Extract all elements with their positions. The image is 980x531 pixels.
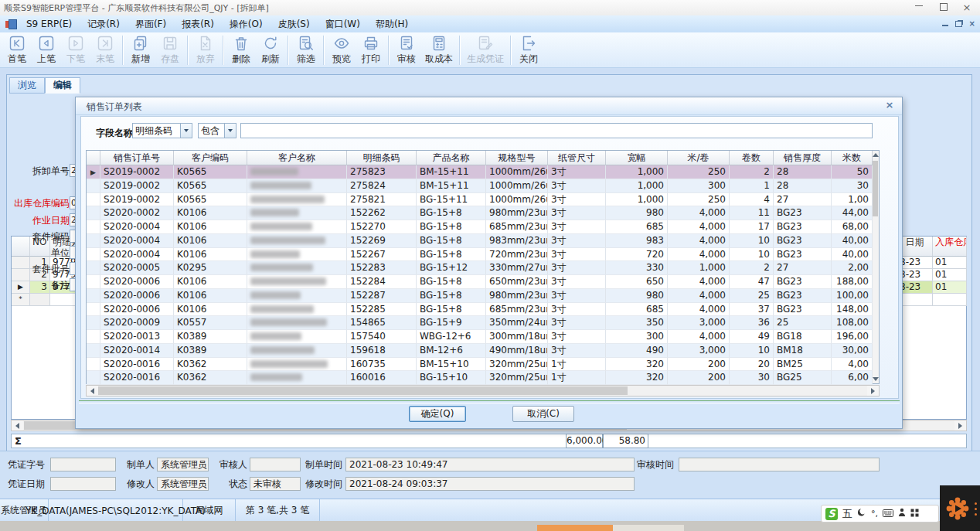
- menu-item-4[interactable]: 皮肤(S): [271, 15, 318, 32]
- row-selector: [87, 179, 100, 193]
- gear-play-icon[interactable]: [944, 495, 971, 522]
- grid-cell: 152270: [347, 220, 417, 234]
- sales-order-grid[interactable]: 销售订单号客户编码客户名称明细条码产品名称规格型号纸管尺寸宽幅米/卷卷数销售厚度…: [86, 150, 880, 384]
- toolbar-button-打印[interactable]: 打印: [356, 34, 386, 66]
- menu-item-3[interactable]: 操作(O): [222, 15, 271, 32]
- field-input-套件编码[interactable]: [70, 230, 75, 243]
- ime-logo-icon[interactable]: S: [825, 508, 838, 520]
- grid-hscrollbar[interactable]: [86, 385, 880, 397]
- grid-cell: [247, 330, 347, 344]
- mdi-minimize-icon[interactable]: [942, 25, 948, 26]
- menu-item-6[interactable]: 帮助(H): [368, 15, 416, 32]
- grid-cell: S2020-0004: [100, 234, 174, 248]
- audit-time-label: 审核时间: [620, 458, 674, 471]
- grid-cell: 3寸: [548, 248, 606, 262]
- grid-cell: 330: [606, 261, 668, 275]
- minimize-button[interactable]: [907, 0, 931, 15]
- grid-cell: 154865: [347, 316, 417, 330]
- grid-header-3: 客户名称: [247, 151, 347, 165]
- combo-dropdown-icon[interactable]: [224, 124, 236, 138]
- ime-punctuation[interactable]: °,: [871, 509, 878, 519]
- menu-item-app[interactable]: S9 ERP(E): [19, 15, 80, 32]
- blurred-customer-name: [250, 291, 301, 299]
- moon-icon[interactable]: [857, 508, 866, 519]
- field-input-作业日期[interactable]: 2: [70, 213, 75, 226]
- menu-item-1[interactable]: 界面(F): [128, 15, 174, 32]
- toolbar-button-上笔[interactable]: 上笔: [32, 34, 61, 66]
- field-input-出库仓库编码[interactable]: 0: [70, 196, 75, 209]
- grid-header-12: 米数: [832, 151, 873, 165]
- row-selector: [87, 303, 100, 317]
- toolbar-button-放弃: 放弃: [191, 34, 220, 66]
- grid-cell: S2020-0009: [100, 316, 174, 330]
- cancel-button[interactable]: 取消(C): [512, 406, 574, 422]
- grid-cell: 2,00: [832, 261, 873, 275]
- row-selector: [87, 358, 100, 372]
- tab-浏览[interactable]: 浏览: [9, 77, 45, 94]
- field-input-套件批号[interactable]: [70, 262, 75, 275]
- toolbox-icon[interactable]: [910, 509, 919, 519]
- grid-header-2: 客户编码: [174, 151, 247, 165]
- grid-cell: BG23: [774, 234, 832, 248]
- toolbar-button-删除[interactable]: 删除: [226, 34, 256, 66]
- tab-编辑[interactable]: 编辑: [45, 77, 80, 94]
- filter-value-input[interactable]: [240, 123, 873, 138]
- filter-field-combo[interactable]: 明细条码: [132, 123, 192, 138]
- scroll-right-icon[interactable]: [954, 420, 966, 431]
- grid-cell: 1,000: [606, 179, 668, 193]
- toolbar-button-label: 首笔: [8, 53, 26, 66]
- toolbar-button-首笔[interactable]: 首笔: [2, 34, 32, 66]
- grid-cell: K0106: [174, 220, 247, 234]
- ime-mode-wubi[interactable]: 五: [842, 507, 852, 521]
- grid-cell: K0106: [174, 248, 247, 262]
- blurred-customer-name: [250, 237, 325, 244]
- person-icon[interactable]: [898, 508, 906, 519]
- taskbar-item[interactable]: [613, 525, 684, 531]
- blurred-customer-name: [250, 360, 328, 368]
- grid-cell: [247, 316, 347, 330]
- mdi-close-icon[interactable]: ×: [969, 18, 975, 30]
- scroll-thumb[interactable]: [98, 386, 628, 395]
- exit-icon: [520, 35, 537, 53]
- scroll-thumb[interactable]: [873, 161, 878, 216]
- toolbar-button-新增[interactable]: 新增: [126, 34, 155, 66]
- grid-header-11: 销售厚度: [774, 151, 832, 165]
- restore-button[interactable]: [932, 0, 955, 15]
- combo-dropdown-icon[interactable]: [180, 124, 192, 138]
- menu-item-5[interactable]: 窗口(W): [318, 15, 368, 32]
- grid-cell: 320mm/25um...: [486, 371, 548, 385]
- scroll-left-icon[interactable]: [87, 386, 98, 396]
- field-input-备注[interactable]: [70, 278, 75, 291]
- scroll-left-icon[interactable]: [12, 420, 23, 431]
- toolbar-button-筛选[interactable]: 筛选: [291, 34, 321, 66]
- grid-cell: [247, 275, 347, 289]
- field-input-单位[interactable]: [70, 246, 75, 259]
- scroll-up-icon[interactable]: [873, 153, 879, 157]
- toolbar-button-审核[interactable]: 审核: [392, 34, 421, 66]
- grid-cell: BG23: [774, 275, 832, 289]
- ok-button[interactable]: 确定(Q): [409, 406, 466, 422]
- filter-operator-combo[interactable]: 包含: [198, 123, 236, 138]
- toolbar-button-取成本[interactable]: 取成本: [421, 34, 457, 66]
- screen-recorder-panel[interactable]: [940, 485, 980, 531]
- keyboard-icon[interactable]: [883, 509, 893, 519]
- taskbar-item-active[interactable]: [537, 525, 613, 531]
- close-button[interactable]: ×: [955, 0, 978, 15]
- field-input-拆卸单号[interactable]: 2: [70, 164, 75, 177]
- scroll-right-icon[interactable]: [867, 386, 879, 396]
- dialog-title-bar[interactable]: 销售订单列表 ×: [76, 97, 902, 115]
- dialog-close-icon[interactable]: ×: [883, 99, 896, 111]
- menu-item-0[interactable]: 记录(R): [80, 15, 128, 32]
- mdi-restore-icon[interactable]: [955, 21, 962, 27]
- toolbar-button-关闭[interactable]: 关闭: [514, 34, 543, 66]
- grid-cell: [247, 261, 347, 275]
- refresh-icon: [262, 35, 279, 53]
- menu-item-2[interactable]: 报表(R): [174, 15, 222, 32]
- grid-cell: K0106: [174, 234, 247, 248]
- grid-cell: BG25: [774, 371, 832, 385]
- scroll-down-icon[interactable]: [873, 377, 879, 381]
- toolbar-button-预览[interactable]: 预览: [327, 34, 356, 66]
- toolbar-button-刷新[interactable]: 刷新: [256, 34, 285, 66]
- audit-icon: [398, 35, 415, 53]
- ime-toolbar: S 五 °,: [821, 505, 939, 522]
